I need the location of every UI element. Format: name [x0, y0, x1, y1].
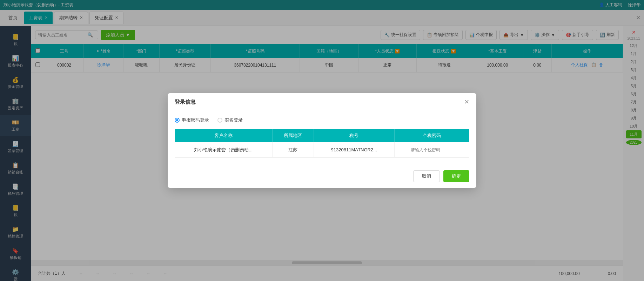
login-method-group: 申报密码登录 实名登录 [175, 117, 469, 123]
dialog-header: 登录信息 ✕ [168, 93, 476, 110]
radio-realname-label: 实名登录 [224, 117, 243, 123]
dialog-row-tax: 91320811MA7NGR2... [314, 142, 394, 158]
dialog-overlay: 登录信息 ✕ 申报密码登录 实名登录 客户名称 [0, 0, 644, 281]
dialog-footer: 取消 确定 [168, 165, 476, 188]
dialog-body: 申报密码登录 实名登录 客户名称 所属地区 税号 个税密码 [168, 110, 476, 165]
confirm-button[interactable]: 确定 [443, 170, 469, 182]
radio-password-login[interactable]: 申报密码登录 [175, 117, 209, 123]
dialog-col-tax: 税号 [314, 129, 394, 142]
dialog-col-password: 个税密码 [394, 129, 469, 142]
dialog-password-input-cell[interactable] [394, 142, 469, 158]
dialog-row-region: 江苏 [272, 142, 314, 158]
dialog-col-region: 所属地区 [272, 129, 314, 142]
dialog-row-name: 刘小艳演示账套（勿删勿动... [175, 142, 272, 158]
dialog-table: 客户名称 所属地区 税号 个税密码 刘小艳演示账套（勿删勿动... 江苏 913… [175, 129, 469, 158]
cancel-button[interactable]: 取消 [413, 170, 440, 182]
dialog-table-row: 刘小艳演示账套（勿删勿动... 江苏 91320811MA7NGR2... [175, 142, 469, 158]
dialog-close-button[interactable]: ✕ [464, 99, 469, 105]
radio-password-label: 申报密码登录 [182, 117, 209, 123]
tax-password-input[interactable] [411, 148, 453, 152]
dialog-col-name: 客户名称 [175, 129, 272, 142]
radio-realname-login[interactable]: 实名登录 [217, 117, 243, 123]
radio-password-circle [175, 118, 180, 123]
radio-realname-circle [217, 118, 222, 123]
dialog-title: 登录信息 [175, 99, 196, 105]
login-dialog: 登录信息 ✕ 申报密码登录 实名登录 客户名称 [168, 93, 476, 188]
